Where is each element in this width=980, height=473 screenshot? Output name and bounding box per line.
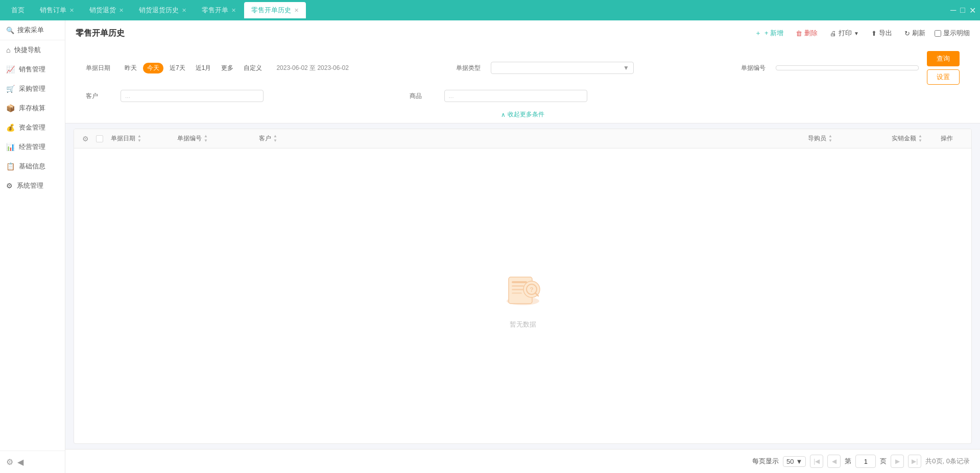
settings-button[interactable]: 设置	[927, 69, 960, 85]
col-num-label: 单据编号	[177, 134, 202, 143]
refresh-button[interactable]: ↻ 刷新	[901, 27, 928, 40]
export-button[interactable]: ⬆ 导出	[868, 27, 895, 40]
col-guide-label: 导购员	[808, 134, 826, 143]
nav-icon-operations: 📊	[6, 143, 15, 151]
svg-text:?: ?	[530, 286, 533, 293]
sort-desc-icon: ▼	[137, 139, 141, 143]
page-last-button[interactable]: ▶|	[908, 455, 921, 468]
display-detail-checkbox[interactable]: 显示明细	[935, 29, 970, 38]
nav-icon-basic-info: 📋	[6, 162, 15, 170]
sidebar-search[interactable]: 🔍 搜索采单	[0, 20, 65, 40]
tab-retail-open[interactable]: 零售开单✕	[195, 2, 243, 18]
sort-desc-icon: ▼	[918, 139, 922, 143]
search-icon: 🔍	[6, 27, 14, 34]
sidebar-item-quick-nav[interactable]: ⌂快捷导航	[0, 40, 65, 60]
delete-label: 删除	[804, 29, 818, 38]
sidebar-item-finance[interactable]: 💰资金管理	[0, 118, 65, 137]
tab-sales-order[interactable]: 销售订单✕	[33, 2, 81, 18]
sidebar-item-inventory[interactable]: 📦库存核算	[0, 98, 65, 118]
filter-area: 单据日期 昨天今天近7天近1月更多自定义 2023-06-02 至 2023-0…	[76, 46, 970, 123]
query-button[interactable]: 查询	[927, 51, 960, 66]
tab-sales-return[interactable]: 销货退货✕	[82, 2, 131, 18]
tab-sales-return-history[interactable]: 销货退货历史✕	[132, 2, 194, 18]
action-buttons: 查询 设置	[927, 51, 960, 85]
export-label: 导出	[879, 29, 892, 38]
page-size-select[interactable]: 50 ▼	[783, 456, 806, 467]
sort-asc-icon: ▲	[828, 134, 832, 138]
date-options: 昨天今天近7天近1月更多自定义	[121, 63, 266, 73]
tab-home[interactable]: 首页	[4, 2, 32, 18]
sort-asc-icon: ▲	[273, 134, 277, 138]
date-opt-自定义[interactable]: 自定义	[240, 63, 266, 73]
add-button[interactable]: ＋ + 新增	[752, 27, 786, 40]
goods-filter-input[interactable]: ...	[444, 90, 587, 102]
tab-close-sales-order[interactable]: ✕	[69, 7, 74, 14]
close-icon[interactable]: ✕	[969, 6, 976, 15]
sidebar-item-sales-mgmt[interactable]: 📈销售管理	[0, 60, 65, 79]
svg-rect-3	[512, 285, 524, 287]
type-filter-select[interactable]: ▼	[491, 62, 634, 74]
sort-customer-icons[interactable]: ▲ ▼	[273, 134, 277, 143]
pagination-bar: 每页显示 50 ▼ |◀ ◀ 第 页 ▶ ▶| 共0页, 0条记录	[65, 449, 980, 473]
type-filter-arrow: ▼	[623, 64, 629, 71]
page-input[interactable]	[855, 455, 876, 468]
date-opt-更多[interactable]: 更多	[217, 63, 237, 73]
sort-guide-icons[interactable]: ▲ ▼	[828, 134, 832, 143]
delete-button[interactable]: 🗑 删除	[793, 27, 821, 40]
tab-retail-open-history[interactable]: 零售开单历史✕	[244, 2, 306, 18]
tab-close-retail-open-history[interactable]: ✕	[294, 7, 299, 14]
collapse-bar[interactable]: ∧ 收起更多条件	[86, 107, 960, 123]
page-first-button[interactable]: |◀	[810, 455, 823, 468]
print-icon: 🖨	[830, 30, 836, 37]
sidebar-item-purchase-mgmt[interactable]: 🛒采购管理	[0, 79, 65, 98]
print-arrow-icon: ▼	[854, 31, 859, 36]
sort-desc-icon: ▼	[273, 139, 277, 143]
nav-label-finance: 资金管理	[19, 123, 45, 132]
tab-bar: 首页销售订单✕销货退货✕销货退货历史✕零售开单✕零售开单历史✕ ─ □ ✕	[0, 0, 980, 20]
num-filter-label: 单据编号	[741, 64, 768, 72]
nav-icon-inventory: 📦	[6, 104, 15, 112]
date-opt-近7天[interactable]: 近7天	[165, 63, 189, 73]
num-filter-input[interactable]	[776, 65, 919, 70]
table-select-all[interactable]	[92, 135, 107, 142]
sidebar-search-label: 搜索采单	[17, 26, 44, 35]
nav-label-sys-mgmt: 系统管理	[17, 181, 43, 190]
sort-amount-icons[interactable]: ▲ ▼	[918, 134, 922, 143]
filter-row-2: 客户 ... 商品 ...	[86, 90, 960, 102]
sort-num-icons[interactable]: ▲ ▼	[204, 134, 208, 143]
tab-close-retail-open[interactable]: ✕	[231, 7, 236, 14]
col-date: 单据日期 ▲ ▼	[107, 134, 173, 143]
minimize-icon[interactable]: ─	[950, 6, 956, 15]
sidebar-item-operations[interactable]: 📊经营管理	[0, 137, 65, 157]
svg-rect-4	[512, 289, 525, 290]
empty-text: 暂无数据	[510, 320, 536, 329]
page-next-button[interactable]: ▶	[891, 455, 904, 468]
customer-filter-input[interactable]: ...	[121, 90, 264, 102]
table-container: ⚙ 单据日期 ▲ ▼ 单据编号 ▲ ▼	[74, 129, 972, 444]
tab-close-sales-return[interactable]: ✕	[119, 7, 124, 14]
sort-date-icons[interactable]: ▲ ▼	[137, 134, 141, 143]
collapse-icon[interactable]: ◀	[17, 457, 23, 467]
sidebar-item-basic-info[interactable]: 📋基础信息	[0, 157, 65, 176]
print-button[interactable]: 🖨 打印 ▼	[827, 27, 862, 40]
sort-desc-icon: ▼	[828, 139, 832, 143]
page-total: 共0页, 0条记录	[925, 457, 970, 466]
date-range-text: 2023-06-02 至 2023-06-02	[276, 64, 348, 72]
date-opt-今天[interactable]: 今天	[143, 63, 163, 73]
print-label: 打印	[839, 29, 852, 38]
maximize-icon[interactable]: □	[960, 6, 965, 15]
select-all-checkbox[interactable]	[96, 135, 103, 142]
settings-icon[interactable]: ⚙	[6, 457, 13, 467]
tab-close-sales-return-history[interactable]: ✕	[182, 7, 186, 14]
empty-state: ? 暂无数据	[74, 148, 971, 443]
nav-icon-sys-mgmt: ⚙	[6, 182, 13, 190]
add-icon: ＋	[755, 29, 761, 38]
date-opt-昨天[interactable]: 昨天	[121, 63, 141, 73]
sidebar-item-sys-mgmt[interactable]: ⚙系统管理	[0, 176, 65, 195]
table-settings-button[interactable]: ⚙	[78, 132, 92, 146]
window-controls: ─ □ ✕	[950, 6, 976, 15]
date-opt-近1月[interactable]: 近1月	[192, 63, 216, 73]
nav-label-inventory: 库存核算	[19, 104, 45, 113]
page-prev-button[interactable]: ◀	[827, 455, 841, 468]
display-detail-input[interactable]	[935, 30, 941, 37]
